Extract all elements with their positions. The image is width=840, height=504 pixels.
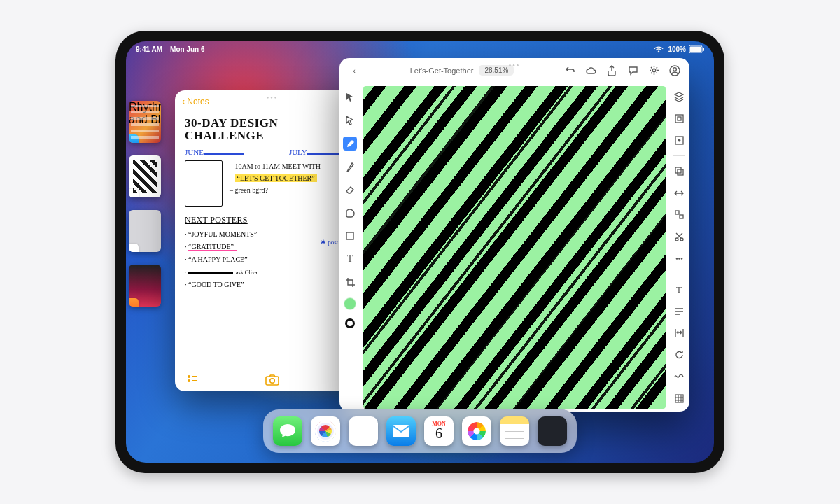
- svg-rect-18: [676, 167, 681, 173]
- svg-point-8: [270, 379, 275, 384]
- app-library-icon[interactable]: [538, 416, 567, 446]
- status-date: Mon Jun 6: [170, 46, 204, 53]
- calendar-app-icon[interactable]: MON 6: [424, 416, 454, 446]
- wifi-icon: [654, 46, 664, 53]
- color-swatch-green[interactable]: [344, 298, 356, 309]
- back-chevron-icon[interactable]: ‹: [346, 63, 362, 78]
- design-filename[interactable]: Let's-Get-Together: [410, 66, 474, 75]
- undo-icon[interactable]: [562, 63, 578, 78]
- paragraph-icon[interactable]: [672, 305, 686, 318]
- sketch-note-thumb[interactable]: [129, 155, 161, 197]
- shape-tool-icon[interactable]: [343, 206, 357, 220]
- crop-tool-icon[interactable]: [343, 275, 357, 289]
- rect-tool-icon[interactable]: [343, 229, 357, 243]
- svg-rect-15: [678, 117, 681, 120]
- mesh-icon[interactable]: [672, 392, 686, 405]
- mail-app-icon[interactable]: [386, 416, 416, 446]
- blank-doc-thumb[interactable]: [129, 210, 161, 252]
- group-icon[interactable]: [672, 209, 686, 221]
- svg-rect-28: [393, 425, 410, 438]
- checklist-icon[interactable]: [186, 374, 199, 386]
- svg-point-22: [676, 238, 678, 241]
- settings-gear-icon[interactable]: [646, 63, 662, 78]
- rhythm-poster-thumb[interactable]: Rhythm and Bl: [129, 101, 161, 143]
- left-tool-column: T: [340, 83, 360, 412]
- effects-icon[interactable]: [672, 252, 686, 265]
- avatar-icon[interactable]: [667, 63, 682, 78]
- svg-point-5: [188, 379, 190, 382]
- design-app-window[interactable]: ••• ‹ Let's-Get-Together 28.51%: [340, 58, 690, 412]
- divider: [673, 155, 685, 156]
- ipad-screen: 9:41 AM Mon Jun 6 100% Rhythm and Bl: [126, 41, 714, 463]
- svg-point-3: [188, 375, 190, 378]
- note-month-june: JUNE: [185, 148, 247, 156]
- flip-icon[interactable]: [672, 187, 686, 200]
- svg-rect-19: [678, 169, 683, 175]
- svg-rect-1: [690, 47, 701, 52]
- calendar-day-label: 6: [435, 426, 442, 442]
- mail-badge-icon: [129, 134, 139, 143]
- svg-rect-2: [703, 48, 704, 51]
- ipad-device-frame: 9:41 AM Mon Jun 6 100% Rhythm and Bl: [115, 31, 724, 473]
- selection-tool-icon[interactable]: [343, 90, 357, 104]
- messages-app-icon[interactable]: [273, 416, 302, 446]
- status-time: 9:41 AM: [136, 46, 162, 53]
- svg-rect-13: [346, 232, 354, 239]
- battery-percent-label: 100%: [668, 46, 686, 53]
- svg-rect-21: [680, 215, 683, 218]
- svg-point-25: [678, 258, 680, 260]
- note-bullets: – 10AM to 11AM MEET WITH – “LET'S GET TO…: [230, 160, 321, 206]
- layers-icon[interactable]: [672, 90, 686, 103]
- svg-point-26: [680, 258, 682, 260]
- spacing-icon[interactable]: [672, 327, 686, 340]
- photos-app-icon[interactable]: [462, 416, 491, 446]
- warp-icon[interactable]: [672, 370, 686, 383]
- svg-point-10: [652, 69, 655, 71]
- notes-app-icon[interactable]: [500, 416, 529, 446]
- home-badge-icon: [129, 298, 139, 307]
- design-canvas[interactable]: [363, 86, 666, 409]
- svg-point-17: [678, 139, 680, 141]
- rotate-icon[interactable]: [672, 349, 686, 361]
- note-title: 30-DAY DESIGN CHALLENGE: [185, 117, 360, 142]
- cloud-icon[interactable]: [583, 63, 598, 78]
- appstore-badge-icon: [129, 244, 139, 252]
- svg-rect-14: [676, 115, 683, 122]
- cut-icon[interactable]: [672, 230, 686, 243]
- window-handle-icon[interactable]: •••: [267, 94, 279, 102]
- svg-point-12: [673, 67, 677, 71]
- svg-rect-4: [192, 376, 197, 377]
- battery-indicator: 100%: [668, 46, 704, 53]
- share-icon[interactable]: [604, 63, 620, 78]
- files-badge-icon: [129, 189, 139, 197]
- note-sketch-box: [185, 160, 223, 206]
- text-tool-icon[interactable]: T: [343, 252, 357, 266]
- pencil-tool-icon[interactable]: [343, 160, 357, 174]
- svg-rect-7: [266, 377, 279, 385]
- stroke-swatch-black[interactable]: [345, 318, 355, 328]
- safari-app-icon[interactable]: [311, 416, 340, 446]
- node-tool-icon[interactable]: [343, 113, 357, 127]
- text-panel-icon[interactable]: T: [672, 284, 686, 296]
- poster-text: Rhythm and Bl: [129, 101, 161, 126]
- align-icon[interactable]: [672, 112, 686, 125]
- properties-icon[interactable]: [672, 134, 686, 146]
- svg-rect-27: [676, 395, 683, 402]
- svg-point-24: [676, 258, 678, 260]
- dock: MON 6: [263, 410, 577, 453]
- divider: [673, 274, 685, 274]
- notes-back-label: Notes: [187, 97, 209, 106]
- person-photo-thumb[interactable]: [129, 265, 161, 307]
- music-app-icon[interactable]: [349, 416, 378, 446]
- right-inspector-column: T: [668, 83, 690, 412]
- comment-icon[interactable]: [625, 63, 640, 78]
- stage-manager-strip: Rhythm and Bl: [129, 101, 161, 307]
- status-bar: 9:41 AM Mon Jun 6 100%: [126, 46, 714, 53]
- clone-icon[interactable]: [672, 165, 686, 178]
- notes-back-button[interactable]: ‹ Notes: [182, 97, 209, 106]
- window-handle-icon[interactable]: •••: [509, 62, 521, 69]
- camera-icon[interactable]: [265, 374, 279, 386]
- eraser-tool-icon[interactable]: [343, 183, 357, 197]
- svg-rect-20: [676, 211, 679, 214]
- pen-tool-icon[interactable]: [343, 136, 357, 150]
